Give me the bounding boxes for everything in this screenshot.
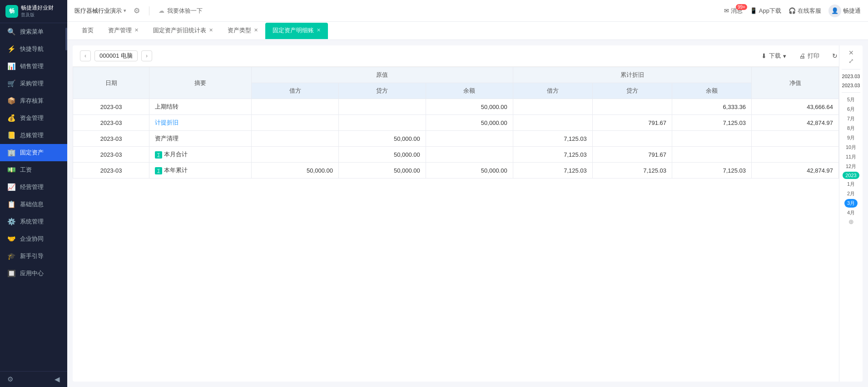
sidebar-item-label: 新手引导 — [20, 252, 44, 260]
right-panel-month-6[interactable]: 6月 — [845, 105, 857, 114]
col-date: 日期 — [73, 67, 149, 99]
sidebar-item-search[interactable]: 🔍 搜索菜单 — [0, 23, 67, 40]
right-panel-year-badge[interactable]: 2023 — [843, 172, 859, 179]
company-selector[interactable]: 医疗器械行业演示 ▾ — [74, 7, 126, 15]
tab-home[interactable]: 首页 — [74, 23, 101, 39]
right-panel-month-1[interactable]: 1月 — [845, 180, 857, 189]
sidebar-item-quick-nav[interactable]: ⚡ 快捷导航 — [0, 40, 67, 58]
app-download-label: App下载 — [759, 7, 781, 15]
right-panel-year1[interactable]: 2023.03 — [840, 72, 862, 80]
right-panel-divider2 — [842, 92, 860, 93]
sidebar-item-inventory[interactable]: 📦 库存核算 — [0, 92, 67, 109]
sidebar-collapse-icon[interactable]: ◀ — [55, 375, 60, 383]
tab-asset-type-close[interactable]: ✕ — [254, 27, 258, 33]
sidebar-item-guide[interactable]: 🎓 新手引导 — [0, 248, 67, 265]
tab-asset-type[interactable]: 资产类型 ✕ — [220, 23, 265, 39]
right-panel-month-12[interactable]: 12月 — [844, 162, 858, 171]
download-icon: ⬇ — [761, 52, 767, 60]
cell-accum-debit — [513, 99, 592, 115]
tab-asset-detail-close[interactable]: ✕ — [317, 27, 321, 33]
settings-icon[interactable]: ⚙ — [134, 6, 140, 15]
sidebar-item-enterprise[interactable]: 🤝 企业协同 — [0, 230, 67, 248]
sidebar-item-app-center[interactable]: 🔲 应用中心 — [0, 265, 67, 282]
cell-orig-balance: 50,000.00 — [426, 99, 513, 115]
ledger-table: 日期 摘要 原值 累计折旧 净值 借方 贷方 余额 借方 贷方 余额 — [73, 67, 839, 179]
print-btn[interactable]: 🖨 打印 — [795, 50, 823, 62]
sidebar-item-label: 系统管理 — [20, 218, 44, 226]
tab-asset-mgmt-close[interactable]: ✕ — [134, 27, 139, 33]
cell-accum-debit: 7,125.03 — [513, 163, 592, 179]
right-panel-expand-icon[interactable]: ⤢ — [848, 57, 854, 64]
operations-icon: 📈 — [7, 183, 15, 191]
cell-net-value: 42,874.97 — [752, 163, 839, 179]
right-panel-month-11[interactable]: 11月 — [844, 153, 858, 161]
cell-accum-credit: 791.67 — [592, 115, 672, 131]
cell-net-value — [752, 131, 839, 147]
col-accumulated-depreciation: 累计折旧 — [513, 67, 751, 83]
tab-asset-mgmt[interactable]: 资产管理 ✕ — [101, 23, 146, 39]
cell-orig-debit — [252, 99, 339, 115]
right-panel-month-3[interactable]: 3月 — [844, 199, 858, 208]
messages-btn[interactable]: ✉ 消息 99+ — [724, 7, 743, 15]
messages-icon: ✉ — [724, 7, 729, 14]
sidebar-item-purchase[interactable]: 🛒 采购管理 — [0, 75, 67, 92]
right-panel-month-9[interactable]: 9月 — [845, 134, 857, 142]
sidebar-item-label: 资金管理 — [20, 114, 44, 122]
print-icon: 🖨 — [799, 52, 805, 60]
table-row: 2023-03∑本月合计50,000.007,125.03791.67 — [73, 147, 839, 163]
cell-orig-credit: 50,000.00 — [338, 163, 426, 179]
logo-sub: 普及版 — [21, 12, 54, 18]
col-summary: 摘要 — [149, 67, 252, 99]
right-panel-year2[interactable]: 2023.03 — [840, 81, 862, 89]
experience-icon: ☁ — [159, 7, 164, 14]
cell-summary[interactable]: ∑本月合计 — [149, 147, 252, 163]
right-panel-scroll-down[interactable]: ⊕ — [848, 218, 854, 225]
sidebar-item-basic-info[interactable]: 📋 基础信息 — [0, 196, 67, 213]
right-panel-month-7[interactable]: 7月 — [845, 114, 857, 123]
cell-accum-credit: 791.67 — [592, 147, 672, 163]
tab-depreciation-stats[interactable]: 固定资产折旧统计表 ✕ — [146, 23, 220, 39]
inventory-icon: 📦 — [7, 97, 15, 105]
cell-date: 2023-03 — [73, 99, 149, 115]
tab-depreciation-stats-close[interactable]: ✕ — [209, 27, 213, 33]
ledger-table-wrap: 日期 摘要 原值 累计折旧 净值 借方 贷方 余额 借方 贷方 余额 — [73, 67, 839, 382]
content-panel: ‹ 000001 电脑 › ⬇ 下载 ▾ 🖨 打印 ↻ 刷新 — [73, 45, 863, 382]
topbar-right: ✉ 消息 99+ 📱 App下载 🎧 在线客服 👤 畅捷通 — [724, 5, 861, 17]
sidebar-item-fixed-assets[interactable]: 🏢 固定资产 — [0, 144, 67, 161]
cell-summary[interactable]: ∑本年累计 — [149, 163, 252, 179]
sidebar-item-wages[interactable]: 💵 工资 — [0, 161, 67, 179]
sidebar-settings-icon[interactable]: ⚙ — [7, 375, 13, 383]
right-panel-month-10[interactable]: 10月 — [844, 143, 858, 152]
col-original-value: 原值 — [252, 67, 513, 83]
customer-service-btn[interactable]: 🎧 在线客服 — [789, 7, 821, 15]
sidebar-item-label: 基础信息 — [20, 200, 44, 208]
basic-info-icon: 📋 — [7, 200, 15, 208]
download-btn[interactable]: ⬇ 下载 ▾ — [758, 50, 790, 62]
right-panel-month-8[interactable]: 8月 — [845, 124, 857, 133]
sidebar: 畅 畅捷通好业财 普及版 🔍 搜索菜单 ⚡ 快捷导航 📊 销售管理 🛒 采购管理… — [0, 0, 67, 387]
app-center-icon: 🔲 — [7, 269, 15, 278]
cell-net-value: 42,874.97 — [752, 115, 839, 131]
app-download-btn[interactable]: 📱 App下载 — [750, 7, 781, 15]
experience-btn[interactable]: ☁ 我要体验一下 — [159, 7, 203, 15]
cell-date: 2023-03 — [73, 131, 149, 147]
cell-summary: 计提折旧 — [149, 115, 252, 131]
right-panel-month-5[interactable]: 5月 — [845, 95, 857, 104]
logo-text: 畅捷通好业财 — [21, 5, 54, 12]
sys-mgmt-icon: ⚙️ — [7, 218, 15, 226]
right-panel-divider — [842, 69, 860, 69]
right-panel-month-4[interactable]: 4月 — [845, 208, 857, 217]
user-menu[interactable]: 👤 畅捷通 — [828, 5, 861, 17]
sidebar-item-label: 采购管理 — [20, 79, 44, 88]
sidebar-item-operations[interactable]: 📈 经营管理 — [0, 179, 67, 196]
sidebar-item-sys-mgmt[interactable]: ⚙️ 系统管理 — [0, 213, 67, 230]
prev-asset-btn[interactable]: ‹ — [80, 50, 91, 61]
right-panel-month-2[interactable]: 2月 — [845, 189, 857, 198]
sidebar-item-sales[interactable]: 📊 销售管理 — [0, 58, 67, 75]
sidebar-item-ledger[interactable]: 📒 总账管理 — [0, 127, 67, 144]
tab-asset-detail[interactable]: 固定资产明细账 ✕ — [265, 23, 328, 39]
right-panel-header: ✕ ⤢ — [848, 49, 854, 64]
sidebar-item-funds[interactable]: 💰 资金管理 — [0, 109, 67, 127]
next-asset-btn[interactable]: › — [141, 50, 152, 61]
right-panel-close-icon[interactable]: ✕ — [848, 49, 854, 56]
